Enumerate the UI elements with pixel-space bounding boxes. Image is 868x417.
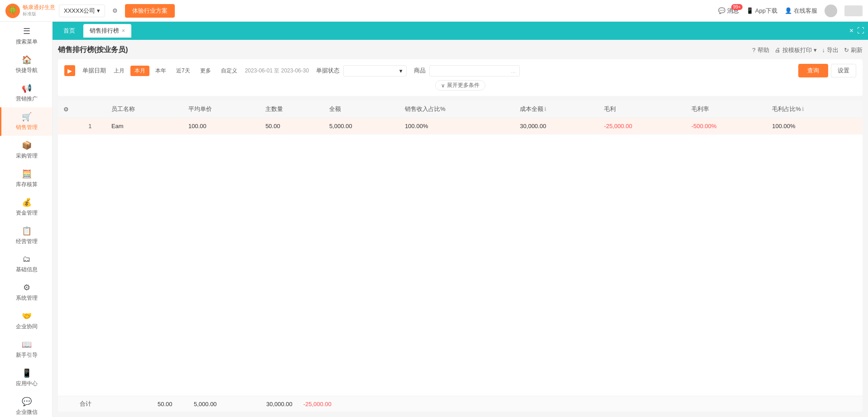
date-btn-custom[interactable]: 自定义: [217, 66, 241, 76]
tab-close-button[interactable]: ×: [849, 27, 854, 35]
status-select[interactable]: ▾: [343, 65, 407, 77]
filter-row-1: ▶ 单据日期 上月 本月 本年 近7天 更多 自定义 2023-06-01 至 …: [64, 64, 856, 77]
page-content: 销售排行榜(按业务员) ? 帮助 🖨 按模板打印 ▾ ↓ 导出: [53, 40, 868, 417]
date-btn-this-year[interactable]: 本年: [151, 66, 170, 76]
search-menu-icon: ☰: [23, 26, 30, 36]
company-selector[interactable]: XXXXX公司 ▾: [59, 5, 105, 17]
query-button[interactable]: 查询: [798, 64, 828, 77]
table-wrapper: ⚙ 员工名称 平均单价 主数量 全额 销售收入占比% 成本全额: [58, 101, 863, 412]
sidebar-item-system[interactable]: ⚙ 系统管理: [0, 278, 52, 307]
footer-gross: -25,000.00: [298, 401, 337, 407]
apps-icon: 📱: [22, 368, 32, 378]
wechat-icon: 💬: [22, 397, 32, 407]
col-name: 员工名称: [106, 101, 183, 118]
trial-button[interactable]: 体验行业方案: [125, 4, 175, 18]
date-btn-last-month[interactable]: 上月: [110, 66, 129, 76]
date-buttons: 上月 本月 本年 近7天 更多 自定义: [110, 66, 241, 76]
filter-toggle-button[interactable]: ▶: [64, 65, 75, 76]
sidebar-item-search-label: 搜索菜单: [16, 38, 38, 46]
sidebar-item-finance[interactable]: 💰 资金管理: [0, 193, 52, 221]
sidebar-item-quick-nav[interactable]: 🏠 快捷导航: [0, 50, 52, 79]
cell-gross-rate: -500.00%: [686, 118, 767, 134]
logo-area: 🍀 畅康通好生意 标准版: [5, 4, 55, 18]
footer-cells: 50.00 5,000.00 30,000.00 -25,000.00: [116, 401, 857, 407]
service-icon: 👤: [785, 7, 792, 14]
sidebar-item-guide-label: 新手引导: [16, 351, 38, 359]
enterprise-icon: 🤝: [22, 311, 32, 321]
tab-close-icon[interactable]: ×: [122, 28, 125, 34]
print-button[interactable]: 🖨 按模板打印 ▾: [775, 46, 817, 54]
main-layout: ☰ 搜索菜单 🏠 快捷导航 📢 营销推广 🛒 销售管理 📦 采购管理 🧮 库存核…: [0, 22, 868, 417]
operation-icon: 📋: [22, 226, 32, 236]
gross-pct-help-icon[interactable]: ℹ: [802, 106, 804, 112]
date-label: 单据日期: [82, 67, 106, 75]
sidebar-item-purchase-label: 采购管理: [16, 152, 38, 160]
col-amount: 全额: [324, 101, 399, 118]
help-label: 帮助: [758, 46, 769, 54]
sidebar-item-guide[interactable]: 📖 新手引导: [0, 335, 52, 364]
date-btn-more[interactable]: 更多: [196, 66, 215, 76]
tab-expand-button[interactable]: ⛶: [857, 27, 864, 35]
cell-gross-pct: 100.00%: [767, 118, 863, 134]
user-name-area[interactable]: [844, 5, 863, 16]
app-download-button[interactable]: 📱 App下载: [746, 7, 777, 15]
logo-sub: 标准版: [23, 11, 55, 17]
expand-row: ∨ 展开更多条件: [64, 77, 856, 91]
help-icon: ?: [752, 47, 755, 53]
page-title: 销售排行榜(按业务员): [58, 45, 128, 55]
page-header: 销售排行榜(按业务员) ? 帮助 🖨 按模板打印 ▾ ↓ 导出: [58, 45, 863, 55]
sidebar-item-apps[interactable]: 📱 应用中心: [0, 364, 52, 392]
sidebar-item-search[interactable]: ☰ 搜索菜单: [0, 22, 52, 50]
cost-help-icon[interactable]: ℹ: [544, 106, 547, 112]
table-area: ⚙ 员工名称 平均单价 主数量 全额 销售收入占比% 成本全额: [58, 101, 863, 396]
sidebar-item-operation-label: 经营管理: [16, 238, 38, 245]
col-settings[interactable]: ⚙: [58, 101, 74, 118]
footer-sales-pct: [225, 401, 261, 407]
sidebar-item-purchase[interactable]: 📦 采购管理: [0, 136, 52, 164]
logo-icon: 🍀: [5, 4, 20, 18]
cell-sales-pct: 100.00%: [399, 118, 514, 134]
settings-icon[interactable]: ⚙: [109, 5, 121, 17]
sidebar-item-operation[interactable]: 📋 经营管理: [0, 221, 52, 250]
home-icon: 🏠: [22, 55, 32, 65]
cell-name: Eam: [106, 118, 183, 134]
export-label: 导出: [827, 46, 839, 54]
goods-input[interactable]: ...: [429, 65, 520, 77]
expand-chevron-icon: ∨: [441, 82, 445, 89]
refresh-button[interactable]: ↻ 刷新: [844, 46, 863, 54]
cell-amount: 5,000.00: [324, 118, 399, 134]
app-label: App下载: [755, 7, 777, 15]
query-actions: 查询 设置: [798, 64, 856, 77]
message-button[interactable]: 💬 消息 99+: [718, 7, 739, 15]
export-button[interactable]: ↓ 导出: [822, 46, 839, 54]
sidebar-item-inventory-label: 库存核算: [16, 181, 38, 188]
status-filter-item: 单据状态 ▾: [316, 65, 407, 77]
expand-button[interactable]: ∨ 展开更多条件: [435, 80, 485, 91]
sidebar-item-inventory[interactable]: 🧮 库存核算: [0, 164, 52, 193]
sidebar-item-wechat[interactable]: 💬 企业微信: [0, 392, 52, 417]
export-icon: ↓: [822, 47, 825, 53]
help-button[interactable]: ? 帮助: [752, 46, 769, 54]
cell-avg-price: 100.00: [183, 118, 260, 134]
print-chevron-icon: ▾: [814, 47, 817, 53]
settings-button[interactable]: 设置: [831, 64, 856, 77]
footer-total-label: 合计: [80, 400, 116, 408]
sidebar-item-sales[interactable]: 🛒 销售管理: [0, 107, 52, 136]
basic-icon: 🗂: [23, 254, 31, 264]
table-header: ⚙ 员工名称 平均单价 主数量 全额 销售收入占比% 成本全额: [58, 101, 863, 118]
sidebar-item-basic[interactable]: 🗂 基础信息: [0, 250, 52, 278]
sidebar-item-enterprise[interactable]: 🤝 企业协同: [0, 307, 52, 335]
col-gross-pct: 毛利占比% ℹ: [767, 101, 863, 118]
goods-more-icon: ...: [511, 67, 516, 74]
date-btn-this-month[interactable]: 本月: [130, 66, 149, 76]
sidebar-item-marketing[interactable]: 📢 营销推广: [0, 79, 52, 107]
tab-sales-ranking[interactable]: 销售排行榜 ×: [83, 24, 131, 38]
date-btn-7days[interactable]: 近7天: [172, 66, 194, 76]
tab-bar: 首页 销售排行榜 × × ⛶: [53, 22, 868, 40]
tab-home[interactable]: 首页: [56, 24, 82, 38]
online-service-button[interactable]: 👤 在线客服: [785, 7, 817, 15]
sidebar-item-marketing-label: 营销推广: [16, 95, 38, 103]
sidebar: ☰ 搜索菜单 🏠 快捷导航 📢 营销推广 🛒 销售管理 📦 采购管理 🧮 库存核…: [0, 22, 53, 417]
avatar[interactable]: [825, 5, 837, 17]
status-label: 单据状态: [316, 67, 340, 75]
